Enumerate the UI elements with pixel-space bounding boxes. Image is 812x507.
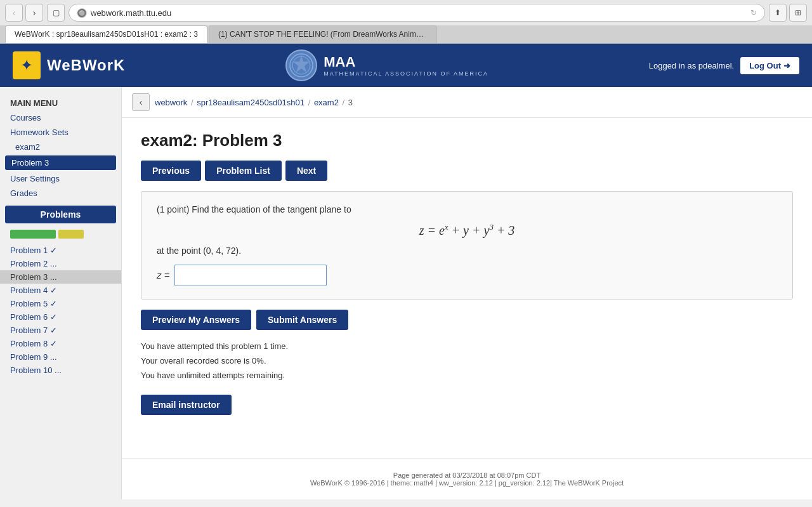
sidebar-problem-10[interactable]: Problem 10 ... [0, 364, 121, 377]
site-logo: ✦ WeBWorK [13, 51, 125, 79]
nav-buttons: Previous Problem List Next [141, 161, 793, 181]
breadcrumb: webwork / spr18eaulisam2450sd01sh01 / ex… [155, 98, 353, 107]
sidebar-item-courses[interactable]: Courses [0, 110, 121, 125]
maa-emblem-svg [289, 53, 314, 78]
email-instructor-button[interactable]: Email instructor [141, 395, 232, 415]
submit-button[interactable]: Submit Answers [256, 310, 348, 330]
page-wrapper: ✦ WeBWorK MAA MATHEMATICAL ASSOCIATION O… [0, 44, 812, 499]
breadcrumb-problem-number: 3 [348, 98, 353, 107]
sidebar-problem-8[interactable]: Problem 8 ✓ [0, 337, 121, 350]
problem-list-button[interactable]: Problem List [205, 161, 282, 181]
answer-input[interactable] [174, 265, 327, 286]
progress-bar [0, 227, 121, 244]
star-icon: ✦ [20, 56, 33, 74]
action-buttons: Preview My Answers Submit Answers [141, 310, 793, 330]
breadcrumb-sep-1: / [191, 98, 195, 107]
back-button[interactable]: ‹ [132, 93, 150, 111]
share-button[interactable]: ⬆ [769, 4, 787, 22]
attempt-info: You have attempted this problem 1 time. … [141, 339, 793, 383]
sidebar-item-user-settings[interactable]: User Settings [0, 171, 121, 186]
window-button[interactable]: ▢ [47, 4, 65, 22]
footer-copyright: WeBWorK © 1996-2016 | theme: math4 | ww_… [134, 479, 799, 487]
sidebar-item-grades[interactable]: Grades [0, 186, 121, 201]
maa-emblem [285, 49, 317, 81]
header-right: Logged in as pdealmel. Log Out ➜ [649, 57, 799, 74]
svg-marker-2 [293, 55, 310, 72]
back-button[interactable]: ‹ [5, 4, 23, 22]
main-menu-title: MAIN MENU [0, 93, 121, 110]
breadcrumb-course[interactable]: spr18eaulisam2450sd01sh01 [197, 98, 304, 107]
browser-toolbar: ‹ › ▢ 🔘 webwork.math.ttu.edu ↻ ⬆ ⊞ [0, 0, 812, 25]
breadcrumb-exam2[interactable]: exam2 [314, 98, 339, 107]
url-bar[interactable]: 🔘 webwork.math.ttu.edu ↻ [69, 4, 765, 22]
next-button[interactable]: Next [285, 161, 327, 181]
footer-generated: Page generated at 03/23/2018 at 08:07pm … [134, 471, 799, 479]
preview-button[interactable]: Preview My Answers [141, 310, 251, 330]
answer-label: z = [157, 270, 169, 280]
forward-button[interactable]: › [25, 4, 43, 22]
main-content: exam2: Problem 3 Previous Problem List N… [122, 118, 812, 439]
tab-webwork[interactable]: WeBWorK : spr18eaulisam2450sD01sH01 : ex… [5, 25, 207, 43]
sidebar-problem-6[interactable]: Problem 6 ✓ [0, 310, 121, 324]
maa-text-block: MAA MATHEMATICAL ASSOCIATION OF AMERICA [324, 54, 488, 77]
maa-logo: MAA MATHEMATICAL ASSOCIATION OF AMERICA [285, 49, 488, 81]
page-icon: 🔘 [77, 8, 87, 18]
browser-chrome: ‹ › ▢ 🔘 webwork.math.ttu.edu ↻ ⬆ ⊞ WeBWo… [0, 0, 812, 44]
breadcrumb-webwork[interactable]: webwork [155, 98, 187, 107]
logout-button[interactable]: Log Out ➜ [740, 57, 799, 74]
sidebar-problem-7[interactable]: Problem 7 ✓ [0, 324, 121, 337]
answer-row: z = [157, 265, 777, 286]
breadcrumb-sep-3: / [343, 98, 347, 107]
main-right-panel: ‹ webwork / spr18eaulisam2450sd01sh01 / … [122, 87, 812, 499]
content-area: MAIN MENU Courses Homework Sets exam2 Pr… [0, 87, 812, 499]
problem-box: (1 point) Find the equation of the tange… [141, 191, 793, 300]
reload-icon[interactable]: ↻ [750, 8, 757, 17]
breadcrumb-bar: ‹ webwork / spr18eaulisam2450sd01sh01 / … [122, 87, 812, 118]
problems-header: Problems [5, 206, 116, 223]
sidebar-problem-4[interactable]: Problem 4 ✓ [0, 284, 121, 297]
sidebar-item-homework-sets[interactable]: Homework Sets [0, 125, 121, 140]
url-text: webwork.math.ttu.edu [91, 8, 171, 18]
attempt-line-1: You have attempted this problem 1 time. [141, 339, 793, 353]
attempt-line-3: You have unlimited attempts remaining. [141, 368, 793, 383]
logged-in-label: Logged in as pdealmel. [649, 61, 734, 70]
problem-title: exam2: Problem 3 [141, 131, 793, 150]
sidebar-problem-3[interactable]: Problem 3 ... [0, 270, 121, 284]
site-header: ✦ WeBWorK MAA MATHEMATICAL ASSOCIATION O… [0, 44, 812, 87]
equation-display: z = ex + y + y3 + 3 [157, 222, 777, 238]
back-arrow-icon: ‹ [140, 97, 143, 107]
zoom-button[interactable]: ⊞ [789, 4, 807, 22]
at-point-text: at the point (0, 4, 72). [157, 246, 777, 256]
maa-abbr: MAA [324, 54, 488, 70]
sidebar-item-problem3[interactable]: Problem 3 [5, 155, 116, 170]
sidebar: MAIN MENU Courses Homework Sets exam2 Pr… [0, 87, 122, 499]
attempt-line-2: Your overall recorded score is 0%. [141, 353, 793, 368]
math-equation: z = ex + y + y3 + 3 [419, 223, 515, 237]
browser-nav-buttons: ‹ › [5, 4, 43, 22]
previous-button[interactable]: Previous [141, 161, 201, 181]
site-name: WeBWorK [47, 56, 125, 74]
tab-youtube[interactable]: (1) CAN'T STOP THE FEELING! (From DreamW… [209, 25, 437, 43]
breadcrumb-sep-2: / [308, 98, 313, 107]
sidebar-problem-2[interactable]: Problem 2 ... [0, 257, 121, 270]
sidebar-problem-9[interactable]: Problem 9 ... [0, 350, 121, 364]
browser-tabs: WeBWorK : spr18eaulisam2450sD01sH01 : ex… [0, 25, 812, 43]
sidebar-problem-5[interactable]: Problem 5 ✓ [0, 297, 121, 310]
browser-action-buttons: ⬆ ⊞ [769, 4, 807, 22]
site-footer: Page generated at 03/23/2018 at 08:07pm … [122, 458, 812, 499]
problem-statement: (1 point) Find the equation of the tange… [157, 204, 777, 214]
maa-full-name: MATHEMATICAL ASSOCIATION OF AMERICA [324, 70, 488, 77]
sidebar-item-exam2[interactable]: exam2 [0, 140, 121, 154]
logo-icon: ✦ [13, 51, 41, 79]
logout-arrow-icon: ➜ [783, 61, 790, 70]
sidebar-problem-1[interactable]: Problem 1 ✓ [0, 244, 121, 257]
progress-green-bar [10, 230, 56, 239]
progress-yellow-bar [58, 230, 84, 239]
